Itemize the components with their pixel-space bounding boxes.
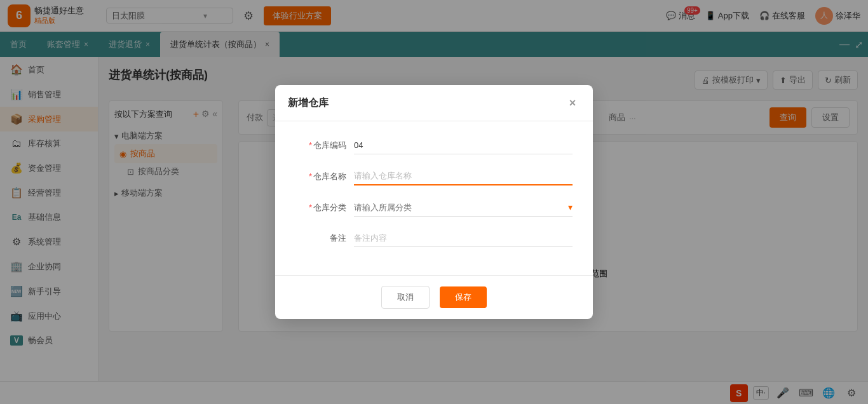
remark-input[interactable] (354, 229, 573, 247)
modal-body: 仓库编码 仓库名称 仓库分类 ▾ 备注 (275, 121, 593, 275)
category-select[interactable]: ▾ (354, 198, 573, 217)
new-warehouse-modal: 新增仓库 × 仓库编码 仓库名称 仓库分类 ▾ (275, 85, 593, 319)
category-label: 仓库分类 (295, 202, 346, 213)
code-field-row: 仓库编码 (295, 137, 573, 154)
modal-header: 新增仓库 × (275, 85, 593, 121)
modal-title: 新增仓库 (288, 97, 329, 110)
category-dropdown-icon[interactable]: ▾ (568, 202, 573, 212)
modal-footer: 取消 保存 (275, 275, 593, 319)
category-select-input[interactable] (354, 203, 568, 212)
name-label: 仓库名称 (295, 171, 346, 182)
code-input[interactable] (354, 137, 573, 154)
remark-field-row: 备注 (295, 229, 573, 247)
cancel-button[interactable]: 取消 (381, 286, 430, 309)
remark-label: 备注 (295, 232, 346, 244)
name-field-row: 仓库名称 (295, 167, 573, 185)
modal-overlay[interactable]: 新增仓库 × 仓库编码 仓库名称 仓库分类 ▾ (0, 0, 868, 404)
code-label: 仓库编码 (295, 140, 346, 151)
modal-close-button[interactable]: × (565, 95, 580, 111)
name-input[interactable] (354, 167, 573, 185)
category-field-row: 仓库分类 ▾ (295, 198, 573, 217)
save-button[interactable]: 保存 (440, 286, 487, 308)
